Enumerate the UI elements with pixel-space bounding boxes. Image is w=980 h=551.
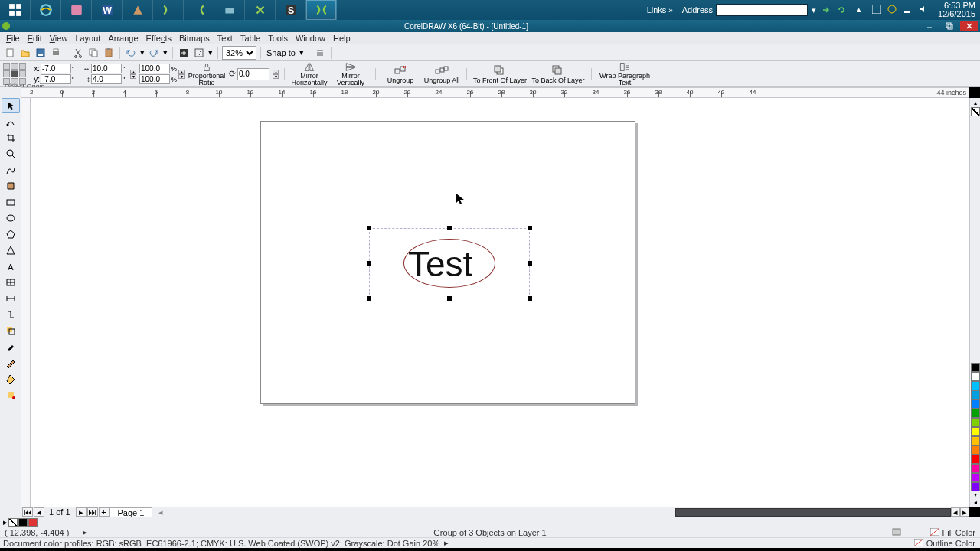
tray-icon-3[interactable]	[887, 5, 898, 15]
cut-button[interactable]	[71, 46, 85, 60]
hscrollbar[interactable]: ◂	[155, 507, 951, 517]
swatch[interactable]	[971, 436, 980, 445]
copy-button[interactable]	[87, 46, 100, 60]
taskbar-links[interactable]: Links »	[642, 5, 678, 15]
handle-s[interactable]	[447, 296, 452, 301]
handle-ne[interactable]	[528, 226, 532, 230]
zoom-tool[interactable]	[2, 146, 20, 161]
polygon-tool[interactable]	[2, 227, 20, 242]
swatch[interactable]	[971, 482, 980, 491]
menu-bitmaps[interactable]: Bitmaps	[179, 34, 210, 43]
page-tab-1[interactable]: Page 1	[109, 507, 153, 517]
size-spinner[interactable]: ▴▾	[130, 70, 136, 79]
options-button[interactable]	[313, 46, 327, 60]
object-origin-grid[interactable]	[3, 63, 26, 86]
ellipse-tool[interactable]	[2, 210, 20, 226]
taskbar-app-snagit[interactable]: S	[276, 0, 306, 20]
to-front-button[interactable]: To Front Of Layer	[472, 62, 528, 86]
menu-help[interactable]: Help	[333, 34, 351, 43]
redo-button[interactable]	[147, 46, 161, 60]
outline-swatch-icon[interactable]	[914, 539, 923, 548]
tray-volume-icon[interactable]	[918, 5, 929, 15]
swatch[interactable]	[971, 381, 980, 390]
status-next-icon[interactable]: ▸	[83, 527, 87, 537]
palette-down-icon[interactable]: ▾	[971, 491, 980, 499]
crop-tool[interactable]	[2, 130, 20, 145]
text-tool[interactable]: A	[2, 259, 20, 274]
paste-button[interactable]	[102, 46, 116, 60]
rotation-spinner[interactable]: ▴▾	[273, 70, 279, 79]
docpal-none[interactable]	[8, 518, 18, 527]
horizontal-ruler[interactable]: 44 inches -20246810121416182022242628303…	[21, 87, 969, 98]
menu-file[interactable]: File	[6, 34, 20, 43]
scale-y-input[interactable]	[139, 74, 170, 84]
x-input[interactable]	[41, 64, 71, 73]
interactive-fill-tool[interactable]	[2, 387, 20, 403]
menu-tools[interactable]: Tools	[268, 34, 288, 43]
open-button[interactable]	[18, 46, 32, 60]
taskbar-app-word[interactable]: W	[92, 0, 122, 20]
handle-nw[interactable]	[367, 226, 371, 230]
ungroup-button[interactable]: Ungroup	[381, 62, 420, 86]
fill-swatch-icon[interactable]	[930, 528, 939, 537]
taskbar-app-ie[interactable]	[31, 0, 61, 20]
pick-tool[interactable]	[2, 98, 20, 113]
address-dropdown-icon[interactable]: ▾	[811, 3, 817, 17]
hscroll-left[interactable]: ◂	[951, 507, 960, 517]
menu-table[interactable]: Table	[240, 34, 260, 43]
vertical-guide[interactable]	[449, 98, 449, 507]
taskbar-app-4[interactable]	[122, 0, 153, 20]
snap-dropdown[interactable]: ▾	[299, 46, 305, 60]
tray-icon-1[interactable]: ▴	[857, 5, 867, 15]
address-input[interactable]	[716, 4, 808, 16]
connector-tool[interactable]	[2, 307, 20, 322]
wrap-text-button[interactable]: Wrap Paragraph Text	[597, 62, 652, 86]
taskbar-app-6[interactable]	[184, 0, 214, 20]
export-button[interactable]	[192, 46, 206, 60]
save-button[interactable]	[34, 46, 47, 60]
scale-x-input[interactable]	[139, 64, 170, 73]
redo-dropdown[interactable]: ▾	[162, 46, 168, 60]
menu-layout[interactable]: Layout	[75, 34, 100, 43]
snap-label[interactable]: Snap to	[265, 48, 297, 57]
export-dropdown[interactable]: ▾	[207, 46, 214, 60]
docpal-red[interactable]	[28, 518, 38, 527]
canvas-area[interactable]: Test	[31, 98, 969, 507]
handle-e[interactable]	[528, 261, 532, 266]
rotation-input[interactable]	[237, 68, 270, 80]
ungroup-all-button[interactable]: Ungroup All	[423, 62, 461, 86]
width-input[interactable]	[91, 64, 122, 73]
basic-shapes-tool[interactable]	[2, 243, 20, 258]
mirror-horizontal-button[interactable]: Mirror Horizontally	[290, 62, 328, 86]
page-last-button[interactable]: ⏭	[87, 507, 98, 517]
swatch[interactable]	[971, 473, 980, 482]
rectangle-tool[interactable]	[2, 194, 20, 210]
table-tool[interactable]	[2, 275, 20, 290]
address-go-icon[interactable]	[820, 4, 832, 16]
handle-sw[interactable]	[367, 296, 371, 301]
swatch[interactable]	[971, 409, 980, 418]
page-first-button[interactable]: ⏮	[22, 507, 33, 517]
palette-expand-icon[interactable]: ◂	[971, 499, 980, 507]
dimension-tool[interactable]	[2, 291, 20, 306]
maximize-button[interactable]	[940, 21, 959, 31]
taskbar-app-coreldraw[interactable]	[306, 0, 337, 20]
print-button[interactable]	[49, 46, 63, 60]
status-view-icon[interactable]	[892, 528, 901, 537]
taskbar-app-8[interactable]	[245, 0, 276, 20]
import-button[interactable]	[177, 46, 191, 60]
docpal-menu-icon[interactable]: ▸	[3, 517, 8, 527]
scale-spinner[interactable]: ▴▾	[178, 70, 185, 79]
hscroll-thumb[interactable]	[675, 508, 951, 517]
taskbar-app-7[interactable]	[214, 0, 245, 20]
tray-icon-2[interactable]	[872, 5, 883, 15]
menu-view[interactable]: View	[50, 34, 68, 43]
swatch[interactable]	[971, 427, 980, 436]
taskbar-app-2[interactable]	[61, 0, 92, 20]
profiles-next-icon[interactable]: ▸	[444, 538, 449, 548]
page-prev-button[interactable]: ◂	[34, 507, 44, 517]
swatch[interactable]	[971, 445, 980, 455]
swatch[interactable]	[971, 399, 980, 409]
palette-up-icon[interactable]: ▴	[971, 99, 980, 107]
handle-w[interactable]	[367, 261, 371, 266]
